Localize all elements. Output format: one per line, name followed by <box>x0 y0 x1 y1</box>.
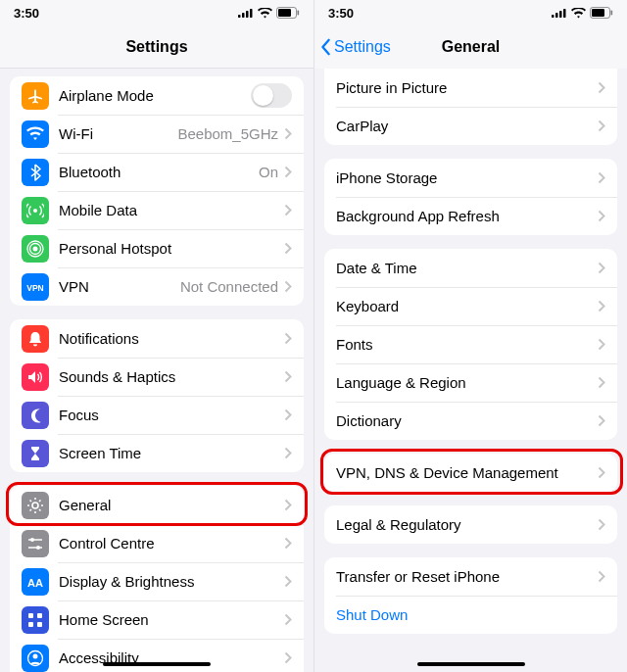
row-datetime[interactable]: Date & Time <box>324 249 617 287</box>
status-time: 3:50 <box>328 6 354 21</box>
row-storage[interactable]: iPhone Storage <box>324 159 617 197</box>
svg-rect-3 <box>250 9 253 18</box>
row-label: Keyboard <box>336 298 598 314</box>
row-label: Bluetooth <box>59 164 259 180</box>
row-hotspot[interactable]: Personal Hotspot <box>10 229 304 267</box>
home-icon <box>22 606 49 634</box>
row-sounds[interactable]: Sounds & Haptics <box>10 358 304 396</box>
chevron-right-icon <box>284 537 292 550</box>
chevron-right-icon <box>284 332 292 345</box>
general-screen: 3:50 Settings General Picture in Picture… <box>314 0 627 672</box>
svg-point-8 <box>33 246 38 251</box>
focus-icon <box>22 402 49 429</box>
chevron-right-icon <box>284 447 292 459</box>
home-indicator[interactable] <box>417 662 525 666</box>
svg-rect-30 <box>555 13 558 18</box>
row-vpn[interactable]: VPNVPNNot Connected <box>10 267 304 306</box>
control-icon <box>22 530 49 557</box>
row-label: Screen Time <box>59 445 284 461</box>
row-label: Picture in Picture <box>336 79 598 96</box>
row-notif[interactable]: Notifications <box>10 319 304 358</box>
row-focus[interactable]: Focus <box>10 396 304 434</box>
chevron-right-icon <box>284 242 292 255</box>
chevron-right-icon <box>284 613 292 626</box>
row-dict[interactable]: Dictionary <box>324 402 617 440</box>
row-label: Wi-Fi <box>59 125 177 142</box>
svg-rect-1 <box>242 13 245 18</box>
row-label: Fonts <box>336 336 598 353</box>
chevron-right-icon <box>598 171 605 184</box>
highlight-general <box>6 482 308 526</box>
row-fonts[interactable]: Fonts <box>324 325 617 363</box>
chevron-right-icon <box>598 376 605 389</box>
row-carplay[interactable]: CarPlay <box>324 107 617 145</box>
row-access[interactable]: Accessibility <box>10 639 304 672</box>
status-bar: 3:50 <box>0 0 314 25</box>
svg-rect-19 <box>37 613 42 618</box>
row-label: iPhone Storage <box>336 169 598 186</box>
wifi-icon <box>22 120 49 148</box>
row-label: Language & Region <box>336 374 598 391</box>
airplane-toggle[interactable] <box>251 83 292 108</box>
svg-point-23 <box>33 653 38 658</box>
row-airplane[interactable]: Airplane Mode <box>10 76 304 115</box>
svg-rect-34 <box>592 9 604 17</box>
row-wifi[interactable]: Wi-FiBeebom_5GHz <box>10 115 304 153</box>
nav-header: Settings <box>0 25 314 69</box>
row-keyboard[interactable]: Keyboard <box>324 287 617 325</box>
row-legal[interactable]: Legal & Regulatory <box>324 505 617 544</box>
chevron-right-icon <box>598 120 605 132</box>
chevron-right-icon <box>598 210 605 222</box>
status-icons <box>552 7 613 19</box>
row-bgapp[interactable]: Background App Refresh <box>324 197 617 235</box>
row-home[interactable]: Home Screen <box>10 600 304 639</box>
row-label: Background App Refresh <box>336 208 598 224</box>
row-label: Home Screen <box>59 611 284 628</box>
chevron-right-icon <box>284 370 292 383</box>
svg-rect-0 <box>238 15 241 18</box>
chevron-right-icon <box>598 518 605 531</box>
row-shutdown[interactable]: Shut Down <box>324 596 617 634</box>
chevron-right-icon <box>284 575 292 588</box>
svg-rect-35 <box>611 11 613 16</box>
notif-icon <box>22 325 49 353</box>
chevron-right-icon <box>284 166 292 178</box>
row-value: Not Connected <box>180 278 278 295</box>
row-label: Mobile Data <box>59 202 284 218</box>
row-mobile[interactable]: Mobile Data <box>10 191 304 229</box>
home-indicator[interactable] <box>103 662 211 666</box>
row-display[interactable]: AADisplay & Brightness <box>10 562 304 600</box>
row-label: Sounds & Haptics <box>59 368 284 385</box>
row-label: Display & Brightness <box>59 573 284 590</box>
sounds-icon <box>22 363 49 391</box>
display-icon: AA <box>22 568 49 596</box>
signal-icon <box>238 8 254 18</box>
row-pip[interactable]: Picture in Picture <box>324 69 617 107</box>
page-title: Settings <box>125 38 187 56</box>
chevron-right-icon <box>284 204 292 216</box>
settings-content[interactable]: Airplane ModeWi-FiBeebom_5GHzBluetoothOn… <box>0 69 314 672</box>
row-control[interactable]: Control Centre <box>10 524 304 562</box>
status-time: 3:50 <box>14 6 39 21</box>
svg-point-7 <box>33 209 37 213</box>
status-bar: 3:50 <box>314 0 627 25</box>
row-transfer[interactable]: Transfer or Reset iPhone <box>324 557 617 596</box>
row-label: Personal Hotspot <box>59 240 284 257</box>
row-lang[interactable]: Language & Region <box>324 363 617 402</box>
nav-header: Settings General <box>314 25 627 69</box>
battery-icon <box>276 7 300 19</box>
battery-icon <box>590 7 613 19</box>
settings-screen: 3:50 Settings Airplane ModeWi-FiBeebom_5… <box>0 0 314 672</box>
row-label: Notifications <box>59 330 284 347</box>
back-button[interactable]: Settings <box>320 25 391 69</box>
chevron-right-icon <box>284 280 292 293</box>
row-bluetooth[interactable]: BluetoothOn <box>10 153 304 191</box>
row-screen[interactable]: Screen Time <box>10 434 304 472</box>
highlight-vpndns <box>320 449 623 495</box>
row-label: Date & Time <box>336 260 598 276</box>
chevron-right-icon <box>598 414 605 427</box>
row-label: Legal & Regulatory <box>336 516 598 533</box>
row-label: Shut Down <box>336 606 605 623</box>
general-content[interactable]: Picture in PictureCarPlayiPhone StorageB… <box>314 69 627 672</box>
wifi-icon <box>571 8 586 19</box>
